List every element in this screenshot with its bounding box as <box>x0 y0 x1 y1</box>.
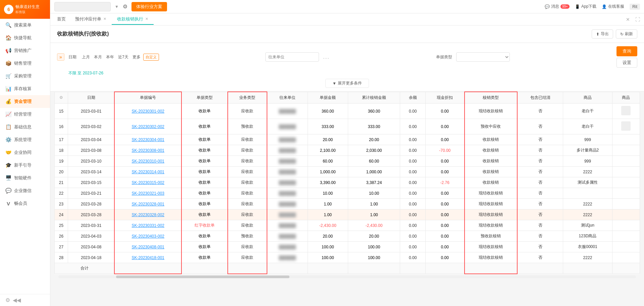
cell-date: 2023-03-02 <box>68 119 115 134</box>
bill-no-link[interactable]: SK-20230328-001 <box>132 202 164 206</box>
sidebar-item-corp[interactable]: 🤝 企业协同 <box>0 146 50 159</box>
settings-bottom-icon[interactable]: ⚙ <box>5 297 10 303</box>
sidebar-item-inventory[interactable]: 📊 库存核算 <box>0 82 50 95</box>
tab-collection-verify[interactable]: 收款核销执行 ✕ <box>112 14 154 25</box>
bill-type-select[interactable] <box>456 52 510 62</box>
table-footer-row: 合计 <box>55 263 640 274</box>
cell-date: 2023-03-10 <box>68 156 115 167</box>
cell-product-img <box>612 145 640 156</box>
filter-expand-button[interactable]: » <box>57 53 64 61</box>
cell-product-img <box>612 119 640 134</box>
cell-product: 2222 <box>563 199 612 209</box>
bill-no-link[interactable]: SK-20230331-002 <box>132 223 164 228</box>
cell-cumulative-verify: -2,430.00 <box>348 220 400 231</box>
cell-balance: 0.00 <box>400 199 425 209</box>
more-date-button[interactable]: 更多 <box>131 54 142 61</box>
cell-cash-discount: 0.00 <box>425 167 464 177</box>
sidebar-item-basic[interactable]: 📋 基础信息 <box>0 121 50 133</box>
bill-no-link[interactable]: SK-20230328-002 <box>132 212 164 217</box>
close-tab-icon[interactable]: ✕ <box>625 16 631 23</box>
sidebar-item-label: 快捷导航 <box>14 35 32 41</box>
bill-no-link[interactable]: SK-20230315-002 <box>132 180 164 185</box>
bill-no-link[interactable]: SK-20230321-003 <box>132 191 164 196</box>
finance-icon: 💰 <box>5 99 11 105</box>
query-button[interactable]: 查询 <box>616 46 637 56</box>
topbar-gear-icon[interactable]: ⚙ <box>123 3 127 10</box>
last-month-button[interactable]: 上月 <box>80 54 91 61</box>
tabbar-actions: ✕ ⛶ <box>625 16 641 23</box>
this-year-button[interactable]: 本年 <box>105 54 115 61</box>
sidebar-item-sales[interactable]: 📦 销售管理 <box>0 57 50 70</box>
topbar-chevron-icon[interactable]: ▼ <box>115 4 119 9</box>
cell-cumulative-verify: 3,387.24 <box>348 177 400 188</box>
guide-icon: 🎓 <box>5 162 11 168</box>
bill-type-label: 单据类型 <box>436 54 452 60</box>
sidebar-item-operations[interactable]: 📈 经营管理 <box>0 108 50 121</box>
bill-no-link[interactable]: SK-20230304-001 <box>132 137 164 142</box>
cell-bill-type: 收款单 <box>181 134 227 145</box>
sidebar-item-member[interactable]: V 畅会员 <box>0 197 50 210</box>
bill-no-link[interactable]: SK-20230408-001 <box>132 245 164 249</box>
collapse-icon[interactable]: ◀◀ <box>13 297 21 303</box>
tab-home[interactable]: 首页 <box>53 14 70 25</box>
cell-no: 21 <box>55 177 68 188</box>
cell-balance: 0.00 <box>400 252 425 263</box>
cell-cumulative-verify: 360.00 <box>348 104 400 119</box>
footer-product <box>563 263 612 274</box>
topbar-search-input[interactable] <box>54 2 111 11</box>
bill-no-link[interactable]: SK-20230302-002 <box>132 124 164 129</box>
user-info[interactable]: Rit <box>630 4 640 10</box>
expand-tab-icon[interactable]: ⛶ <box>634 16 641 23</box>
sidebar-item-purchase[interactable]: 🛒 采购管理 <box>0 70 50 82</box>
this-month-button[interactable]: 本月 <box>93 54 103 61</box>
cell-product: 2222 <box>563 167 612 177</box>
counterparty-input[interactable] <box>265 52 319 62</box>
cell-verify-type: 预收款核销 <box>465 231 517 242</box>
cell-product: 测试多属性 <box>563 177 612 188</box>
industry-solution-button[interactable]: 体验行业方案 <box>131 2 167 11</box>
th-counterparty: 往来单位 <box>267 92 308 104</box>
cell-bill-type: 收款单 <box>181 242 227 252</box>
tab-collection-verify-close[interactable]: ✕ <box>145 17 148 21</box>
bill-no-link[interactable]: SK-20230418-001 <box>132 255 164 260</box>
sidebar-item-guide[interactable]: 🎓 新手引导 <box>0 159 50 172</box>
cell-no: 23 <box>55 199 68 209</box>
sidebar-item-system[interactable]: ⚙️ 系统管理 <box>0 133 50 146</box>
export-button[interactable]: ⬆ 导出 <box>592 29 613 39</box>
message-button[interactable]: 💬 消息 99+ <box>545 4 570 9</box>
sidebar-item-marketing[interactable]: 📢 营销推广 <box>0 44 50 57</box>
cell-include-settled: 否 <box>517 209 563 220</box>
setting-button[interactable]: 设置 <box>616 58 637 68</box>
sidebar-item-wechat[interactable]: 💬 企业微信 <box>0 184 50 197</box>
bill-no-link[interactable]: SK-20230310-001 <box>132 159 164 164</box>
table-row: 17 2023-03-04 SK-20230304-001 收款单 应收款 ██… <box>55 134 640 145</box>
cell-no: 24 <box>55 209 68 220</box>
basic-icon: 📋 <box>5 124 11 130</box>
th-gear[interactable]: ⚙ <box>55 92 68 104</box>
filter-row-date-range: 不限 至 2023-07-26 <box>57 70 637 76</box>
cell-balance: 0.00 <box>400 231 425 242</box>
cell-date: 2023-03-01 <box>68 104 115 119</box>
bill-no-link[interactable]: SK-20230314-001 <box>132 170 164 174</box>
custom-date-button[interactable]: 自定义 <box>143 54 159 61</box>
tab-advance-receipt[interactable]: 预付冲应付单 ✕ <box>70 14 112 25</box>
expand-more-button[interactable]: ▼ 展开更多条件 <box>325 79 369 88</box>
refresh-button[interactable]: ↻ 刷新 <box>616 29 637 39</box>
cell-biz-type: 应收款 <box>228 156 267 167</box>
sidebar-item-quick-nav[interactable]: 🏠 快捷导航 <box>0 32 50 44</box>
app-download-button[interactable]: 📱 App下载 <box>575 4 596 9</box>
sidebar-item-hardware[interactable]: 🖥️ 智能硬件 <box>0 172 50 184</box>
sidebar-item-search[interactable]: 🔍 搜索菜单 <box>0 19 50 32</box>
last7days-button[interactable]: 近7天 <box>117 54 130 61</box>
table-scrollbar[interactable] <box>58 276 636 278</box>
tab-advance-receipt-close[interactable]: ✕ <box>103 17 106 21</box>
sidebar-item-label: 搜索菜单 <box>14 22 32 28</box>
table-section: ⚙ 日期 单据编号 单据类型 业务类型 往来单位 单据金额 累计核销金额 余额 … <box>50 91 644 306</box>
bill-no-link[interactable]: SK-20230308-001 <box>132 148 164 153</box>
online-service-button[interactable]: 👤 在线客服 <box>602 4 624 9</box>
sidebar-item-finance[interactable]: 💰 资金管理 <box>0 95 50 108</box>
cell-bill-no: SK-20230308-001 <box>114 145 181 156</box>
bill-no-link[interactable]: SK-20230301-002 <box>132 109 164 114</box>
cell-counterparty: ██████ <box>267 199 308 209</box>
bill-no-link[interactable]: SK-20230403-002 <box>132 234 164 239</box>
